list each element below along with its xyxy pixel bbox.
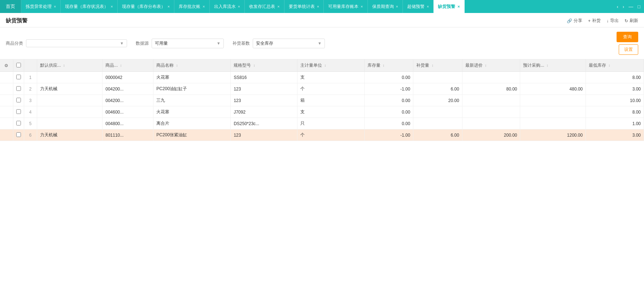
table-row: 4 004600... 火花塞 J7092 支 0.00 8.00 <box>0 106 644 118</box>
nav-tab-2[interactable]: 现存量（库存状况表）× <box>61 0 117 13</box>
nav-tab-10[interactable]: 超储预警× <box>403 0 434 13</box>
row-index-5: 6 <box>24 129 37 141</box>
header-actions: 🔗 分享 + 补货 ↓ 导出 ↻ 刷新 <box>567 18 638 24</box>
tab-close-icon-5[interactable]: × <box>238 4 240 9</box>
page-title: 缺货预警 <box>6 17 27 24</box>
nav-tab-3[interactable]: 现存量（库存分布表）× <box>118 0 174 13</box>
row-name-4: 离合片 <box>153 118 231 129</box>
tab-close-icon-4[interactable]: × <box>203 4 205 9</box>
nav-tab-6[interactable]: 收发存汇总表× <box>245 0 284 13</box>
col-min-stock-sort-icon[interactable]: ↕ <box>609 63 610 67</box>
tab-close-icon-2[interactable]: × <box>110 4 113 9</box>
datasource-filter-group: 数据源 可用量 ▼ <box>136 39 224 48</box>
tab-close-icon-3[interactable]: × <box>167 4 170 9</box>
row-gear-cell-3 <box>0 106 13 118</box>
row-min-stock-4: 1.00 <box>586 118 644 129</box>
row-est-purchase-4 <box>520 118 586 129</box>
col-replenish-label: 补货量 <box>416 63 429 68</box>
row-latest-price-3 <box>462 106 520 118</box>
row-unit-0: 支 <box>297 72 365 83</box>
row-checkbox-0[interactable] <box>16 75 21 79</box>
row-replenish-3 <box>413 106 462 118</box>
row-min-stock-2: 10.00 <box>586 95 644 106</box>
settings-button[interactable]: 设置 <box>619 44 638 55</box>
refresh-btn[interactable]: ↻ 刷新 <box>625 18 638 24</box>
row-index-4: 5 <box>24 118 37 129</box>
category-select[interactable]: ▼ <box>26 39 127 47</box>
col-spec: 规格型号 ↕ <box>231 59 297 72</box>
tab-close-icon-9[interactable]: × <box>396 4 398 9</box>
nav-tab-0[interactable]: 首页 <box>0 0 21 13</box>
nav-tab-8[interactable]: 可用量库存账本× <box>324 0 367 13</box>
row-name-1: PC200油缸缸子 <box>153 83 231 95</box>
nav-tab-1[interactable]: 拣货异常处理× <box>21 0 61 13</box>
col-name-sort-icon[interactable]: ↕ <box>176 63 178 67</box>
col-stock-sort-icon[interactable]: ↕ <box>383 63 384 67</box>
col-est-purchase: 预计采购... ↕ <box>520 59 586 72</box>
col-est-purchase-label: 预计采购... <box>523 63 544 68</box>
col-supplier-sort-icon[interactable]: ↕ <box>63 63 65 67</box>
share-btn[interactable]: 🔗 分享 <box>567 18 582 24</box>
row-replenish-2: 20.00 <box>413 95 462 106</box>
nav-prev-btn[interactable]: ‹ <box>614 3 620 11</box>
row-checkbox-3[interactable] <box>16 109 21 114</box>
row-est-purchase-2 <box>520 95 586 106</box>
row-est-purchase-5: 1200.00 <box>520 129 586 141</box>
row-index-2: 3 <box>24 95 37 106</box>
nav-maximize-btn[interactable]: □ <box>635 3 643 11</box>
datasource-value: 可用量 <box>155 40 168 47</box>
col-replenish-sort-icon[interactable]: ↕ <box>432 63 434 67</box>
datasource-label: 数据源 <box>136 40 149 47</box>
top-nav: 首页拣货异常处理×现存量（库存状况表）×现存量（库存分布表）×库存批次账×出入库… <box>0 0 644 13</box>
nav-tab-4[interactable]: 库存批次账× <box>174 0 209 13</box>
datasource-select[interactable]: 可用量 ▼ <box>152 39 224 48</box>
col-spec-sort-icon[interactable]: ↕ <box>253 63 255 67</box>
row-code-4: 004800... <box>103 118 153 129</box>
row-checkbox-5[interactable] <box>16 132 21 137</box>
row-latest-price-5: 200.00 <box>462 129 520 141</box>
replenish-select[interactable]: 安全库存 ▼ <box>253 39 325 48</box>
row-checkbox-4[interactable] <box>16 121 21 125</box>
tab-close-icon-8[interactable]: × <box>361 4 363 9</box>
tab-close-icon-7[interactable]: × <box>317 4 319 9</box>
nav-minimize-btn[interactable]: — <box>626 3 635 11</box>
row-checkbox-cell-3 <box>13 106 24 118</box>
row-replenish-4 <box>413 118 462 129</box>
tab-close-icon-1[interactable]: × <box>54 4 56 9</box>
nav-tab-5[interactable]: 出入库流水× <box>210 0 245 13</box>
nav-tab-9[interactable]: 保质期查询× <box>368 0 403 13</box>
replenish-chevron-icon: ▼ <box>318 41 322 45</box>
nav-tab-7[interactable]: 要货单统计表× <box>284 0 324 13</box>
col-latest-price-sort-icon[interactable]: ↕ <box>485 63 487 67</box>
nav-tab-11[interactable]: 缺货预警× <box>434 0 464 13</box>
col-est-purchase-sort-icon[interactable]: ↕ <box>547 63 548 67</box>
row-stock-3: 0.00 <box>364 106 413 118</box>
row-stock-4: 0.00 <box>364 118 413 129</box>
nav-next-btn[interactable]: › <box>621 3 626 11</box>
col-latest-price-label: 最新进价 <box>465 63 483 68</box>
query-button[interactable]: 查询 <box>617 32 638 42</box>
row-checkbox-2[interactable] <box>16 98 21 102</box>
row-spec-0: SS816 <box>231 72 297 83</box>
row-code-2: 004200... <box>103 95 153 106</box>
row-gear-cell-0 <box>0 72 13 83</box>
row-latest-price-1: 80.00 <box>462 83 520 95</box>
nav-controls: ‹ › — □ <box>614 3 644 11</box>
replenish-btn[interactable]: + 补货 <box>588 18 601 24</box>
select-all-checkbox[interactable] <box>16 63 21 67</box>
col-min-stock-label: 最低库存 <box>589 63 606 68</box>
tab-close-icon-6[interactable]: × <box>277 4 279 9</box>
replenish-label: 补货基数 <box>232 40 250 47</box>
col-unit-sort-icon[interactable]: ↕ <box>324 63 326 67</box>
col-code-sort-icon[interactable]: ↕ <box>120 63 122 67</box>
tab-close-icon-11[interactable]: × <box>457 4 460 9</box>
export-btn[interactable]: ↓ 导出 <box>606 18 619 24</box>
col-code: 商品... ↕ <box>103 59 153 72</box>
gear-settings-icon[interactable]: ⚙ <box>3 63 10 68</box>
export-icon: ↓ <box>606 18 609 23</box>
row-checkbox-1[interactable] <box>16 86 21 91</box>
tab-close-icon-10[interactable]: × <box>427 4 429 9</box>
row-stock-1: -1.00 <box>364 83 413 95</box>
row-unit-4: 只 <box>297 118 365 129</box>
row-replenish-5: 6.00 <box>413 129 462 141</box>
